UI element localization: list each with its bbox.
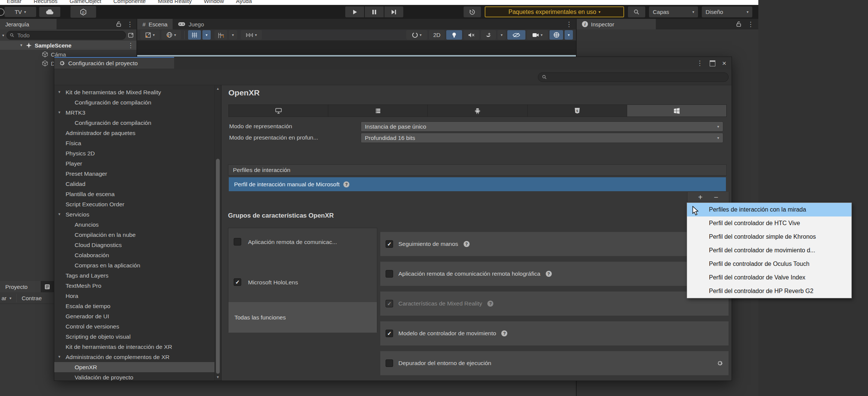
lock-icon[interactable] xyxy=(736,21,741,27)
nav-item-preset-manager[interactable]: Preset Manager xyxy=(54,169,214,179)
tab-platform-windows[interactable] xyxy=(627,105,726,117)
menu-gameobject[interactable]: GameObject xyxy=(70,0,101,4)
filter-dropdown-icon[interactable]: ▾ xyxy=(2,33,4,37)
remove-profile-button[interactable]: − xyxy=(714,193,718,202)
kebab-menu-icon[interactable]: ⋮ xyxy=(127,21,133,28)
shading-mode-dropdown[interactable]: ▾ xyxy=(406,30,427,40)
tab-inspector[interactable]: i Inspector xyxy=(577,19,656,29)
feature-row-hand-tracking[interactable]: ✓ Seguimiento de manos ? xyxy=(380,232,729,256)
nav-item-visual-scripting[interactable]: Scripting de objeto visual xyxy=(54,332,214,342)
2d-toggle-button[interactable]: 2D xyxy=(429,30,445,40)
help-icon[interactable]: ? xyxy=(546,271,552,277)
checkbox[interactable]: ✓ xyxy=(386,330,393,337)
kebab-menu-icon[interactable]: ⋮ xyxy=(127,42,137,49)
nav-item-mrtk-toolkit[interactable]: ▼Kit de herramientas de Mixed Reality xyxy=(54,87,214,97)
menu-item-eye-gaze-profile[interactable]: Perfiles de interacción con la mirada xyxy=(687,203,851,216)
lighting-toggle-button[interactable] xyxy=(446,30,462,40)
menu-item-oculus-touch-profile[interactable]: Perfil de controlador de Oculus Touch xyxy=(687,257,851,271)
collapse-button-partial[interactable]: Contrae xyxy=(21,295,41,301)
handle-rotation-dropdown[interactable]: ▾ xyxy=(161,30,181,40)
nav-item-package-manager[interactable]: Administrador de paquetes xyxy=(54,128,214,138)
nav-scrollbar[interactable]: ▲ ▼ xyxy=(214,85,221,381)
console-list-icon[interactable] xyxy=(44,284,50,290)
nav-item-cloud-diagnostics[interactable]: Cloud Diagnostics xyxy=(54,240,214,250)
remoting-group-checkbox[interactable] xyxy=(234,238,241,246)
selected-profile-row[interactable]: Perfil de interacción manual de Microsof… xyxy=(229,177,726,191)
grid-snapping-dropdown[interactable]: ▾ xyxy=(202,30,211,40)
settings-search-input[interactable] xyxy=(549,74,724,81)
audio-mute-button[interactable] xyxy=(464,30,479,40)
nav-item-xr-plugin-management[interactable]: ▼Administración de complementos de XR xyxy=(54,352,214,362)
nav-item-scene-template[interactable]: Plantilla de escena xyxy=(54,189,214,199)
scroll-down-icon[interactable]: ▼ xyxy=(215,375,221,379)
layers-dropdown[interactable]: Capas ▾ xyxy=(649,6,698,17)
gizmos-button[interactable] xyxy=(550,30,563,40)
create-button-partial[interactable]: ar xyxy=(2,295,6,301)
tab-platform-desktop[interactable] xyxy=(229,105,328,117)
help-icon[interactable]: ? xyxy=(501,330,507,336)
foldout-arrow-icon[interactable]: ▼ xyxy=(20,43,23,47)
render-mode-select[interactable]: Instancia de pase único ▾ xyxy=(361,121,723,132)
menu-item-hp-reverb-g2-profile[interactable]: Perfil del controlador de HP Reverb G2 xyxy=(687,284,851,298)
checkbox[interactable] xyxy=(386,270,393,278)
menu-item-motion-controller-profile[interactable]: Perfil del controlador de movimiento d..… xyxy=(687,244,851,257)
scene-render-top[interactable] xyxy=(137,40,576,55)
close-icon[interactable]: × xyxy=(722,60,726,67)
grid-snapping-button[interactable] xyxy=(188,30,201,40)
nav-item-cloud-build[interactable]: Compilación en la nube xyxy=(54,230,214,240)
checkbox[interactable]: ✓ xyxy=(386,240,393,248)
feature-row-runtime-debugger[interactable]: Depurador del entorno de ejecución xyxy=(380,351,729,375)
hololens-group-checkbox[interactable]: ✓ xyxy=(234,278,241,286)
menu-item-htc-vive-profile[interactable]: Perfil del controlador de HTC Vive xyxy=(687,216,851,230)
nav-item-textmesh-pro[interactable]: TextMesh Pro xyxy=(54,281,214,291)
add-profile-button[interactable]: + xyxy=(698,193,703,202)
menu-ayuda[interactable]: Ayuda xyxy=(236,0,252,4)
step-button[interactable] xyxy=(384,6,403,17)
open-in-window-icon[interactable] xyxy=(128,32,135,38)
tab-platform-webgl[interactable]: 5 xyxy=(528,105,627,117)
tab-platform-android[interactable] xyxy=(428,105,527,117)
scene-row-sample-scene[interactable]: ▼ SampleScene ⋮ xyxy=(0,41,137,50)
foldout-arrow-icon[interactable]: ▼ xyxy=(58,87,61,97)
tab-game[interactable]: Juego xyxy=(173,19,209,29)
menu-item-khronos-simple-profile[interactable]: Perfil del controlador simple de Khronos xyxy=(687,230,851,244)
feature-row-motion-controller-model[interactable]: ✓ Modelo de controlador de movimiento ? xyxy=(380,321,729,345)
nav-item-quality[interactable]: Calidad xyxy=(54,179,214,189)
tab-project-settings[interactable]: Configuración del proyecto xyxy=(54,57,174,69)
nav-item-build-config[interactable]: Configuración de compilación xyxy=(54,97,214,107)
settings-search[interactable] xyxy=(538,72,729,82)
all-features-row[interactable]: Todas las funciones xyxy=(228,302,377,333)
nav-item-project-validation[interactable]: Validación de proyecto xyxy=(54,372,214,381)
undo-history-button[interactable] xyxy=(464,6,481,17)
menu-item-valve-index-profile[interactable]: Perfil del controlador de Valve Index xyxy=(687,271,851,284)
tab-platform-server[interactable] xyxy=(328,105,428,117)
depth-mode-select[interactable]: Profundidad 16 bits ▾ xyxy=(361,133,723,143)
account-icon[interactable] xyxy=(0,8,5,16)
help-icon[interactable]: ? xyxy=(343,181,349,187)
help-icon[interactable]: ? xyxy=(487,301,493,307)
hierarchy-search[interactable] xyxy=(6,31,126,40)
tab-project[interactable]: Proyecto xyxy=(0,281,41,292)
nav-item-script-execution-order[interactable]: Script Execution Order xyxy=(54,199,214,209)
pause-button[interactable] xyxy=(365,6,384,17)
foldout-arrow-icon[interactable]: ▼ xyxy=(58,352,61,362)
menu-editar[interactable]: Editar xyxy=(7,0,21,4)
foldout-arrow-icon[interactable]: ▼ xyxy=(58,209,61,219)
scroll-up-icon[interactable]: ▲ xyxy=(215,87,221,91)
chevron-down-icon[interactable]: ▾ xyxy=(9,296,11,300)
nav-item-version-control[interactable]: Control de versiones xyxy=(54,321,214,332)
lock-icon[interactable] xyxy=(116,21,121,27)
menu-mixed-reality[interactable]: Mixed Reality xyxy=(158,0,192,4)
nav-item-player[interactable]: Player xyxy=(54,158,214,169)
nav-item-services[interactable]: ▼Servicios xyxy=(54,209,214,219)
feature-row-holographic-remoting[interactable]: Aplicación remota de comunicación remota… xyxy=(380,262,729,286)
nav-item-collaborate[interactable]: Colaboración xyxy=(54,250,214,260)
menu-componente[interactable]: Componente xyxy=(113,0,146,4)
nav-item-in-app-purchasing[interactable]: Compras en la aplicación xyxy=(54,260,214,270)
tab-scene[interactable]: # Escena xyxy=(137,19,173,29)
camera-settings-dropdown[interactable]: ▾ xyxy=(527,30,548,40)
nav-item-xr-interaction-toolkit[interactable]: Kit de herramientas de interacción de XR xyxy=(54,342,214,352)
nav-item-openxr[interactable]: OpenXR xyxy=(54,362,214,372)
nav-item-timeline[interactable]: Escala de tiempo xyxy=(54,301,214,311)
nav-item-build-config-2[interactable]: Configuración de compilación xyxy=(54,118,214,128)
